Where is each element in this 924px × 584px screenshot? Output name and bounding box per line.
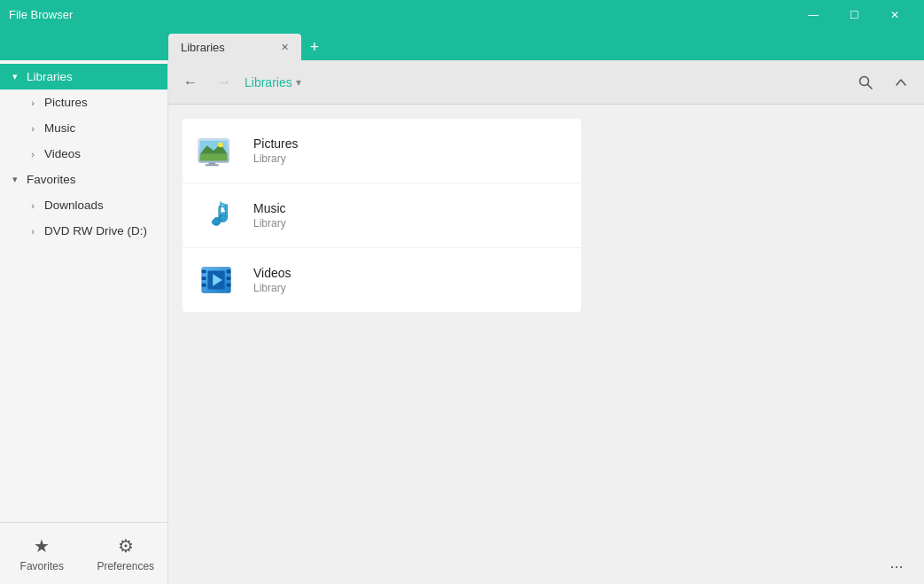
music-icon-container — [197, 194, 239, 237]
more-options-button[interactable]: ··· — [883, 553, 910, 580]
sidebar-label-videos: Videos — [44, 147, 81, 160]
videos-folder-icon — [197, 258, 239, 302]
sidebar-label-music: Music — [44, 121, 75, 135]
file-item-music[interactable]: Music Library — [182, 183, 581, 248]
chevron-down-icon: ▾ — [9, 174, 21, 185]
favorites-bottom-button[interactable]: ★ Favorites — [0, 523, 84, 584]
sidebar-item-music[interactable]: › Music — [0, 115, 167, 141]
file-name-music: Music — [253, 201, 567, 215]
svg-rect-16 — [227, 284, 231, 287]
sidebar-item-libraries[interactable]: ▾ Libraries — [0, 64, 167, 90]
window-controls: — ☐ ✕ — [793, 0, 915, 29]
content-area: ← → Libraries ▾ — [168, 60, 924, 584]
file-name-pictures: Pictures — [253, 136, 567, 151]
file-list: Pictures Library — [168, 105, 924, 549]
file-info-pictures: Pictures Library — [253, 136, 567, 165]
file-name-videos: Videos — [253, 266, 567, 280]
svg-rect-12 — [202, 276, 206, 280]
sidebar-item-downloads[interactable]: › Downloads — [0, 192, 167, 218]
sidebar: ▾ Libraries › Pictures › Music › Videos … — [0, 60, 168, 584]
svg-rect-8 — [208, 162, 215, 164]
app-title: File Browser — [9, 8, 793, 21]
search-button[interactable] — [851, 68, 880, 97]
sidebar-content: ▾ Libraries › Pictures › Music › Videos … — [0, 60, 167, 522]
forward-button[interactable]: → — [211, 69, 237, 96]
sidebar-label-favorites: Favorites — [27, 173, 76, 186]
search-icon — [858, 74, 874, 90]
svg-point-7 — [218, 142, 223, 147]
svg-line-1 — [868, 84, 873, 89]
pictures-icon-container — [197, 129, 239, 172]
content-bottom: ··· — [168, 549, 924, 584]
file-info-music: Music Library — [253, 201, 567, 230]
sidebar-item-dvd[interactable]: › DVD RW Drive (D:) — [0, 218, 167, 244]
chevron-right-icon: › — [27, 97, 39, 108]
sidebar-item-videos[interactable]: › Videos — [0, 141, 167, 167]
sidebar-label-downloads: Downloads — [44, 199, 104, 212]
sidebar-item-pictures[interactable]: › Pictures — [0, 90, 167, 115]
back-button[interactable]: ← — [177, 69, 204, 96]
sidebar-label-libraries: Libraries — [27, 70, 73, 83]
file-type-pictures: Library — [253, 152, 567, 165]
chevron-down-icon: ▾ — [9, 71, 21, 82]
tab-bar: Libraries ✕ + — [0, 29, 924, 60]
chevron-right-icon: › — [27, 123, 39, 134]
svg-rect-11 — [202, 269, 206, 273]
new-tab-button[interactable]: + — [301, 34, 328, 60]
videos-icon-container — [197, 259, 239, 301]
sidebar-bottom: ★ Favorites ⚙ Preferences — [0, 522, 167, 584]
file-type-music: Library — [253, 217, 567, 230]
main-layout: ▾ Libraries › Pictures › Music › Videos … — [0, 60, 924, 584]
sidebar-item-favorites[interactable]: ▾ Favorites — [0, 167, 167, 192]
chevron-right-icon: › — [27, 226, 39, 237]
file-type-videos: Library — [253, 282, 567, 294]
up-button[interactable] — [887, 68, 915, 97]
svg-rect-9 — [206, 164, 219, 166]
svg-rect-6 — [200, 154, 228, 161]
preferences-bottom-button[interactable]: ⚙ Preferences — [84, 523, 168, 584]
preferences-bottom-label: Preferences — [97, 560, 154, 572]
up-icon — [893, 74, 909, 90]
breadcrumb-libraries[interactable]: Libraries — [245, 75, 292, 90]
address-bar: ← → Libraries ▾ — [168, 60, 924, 105]
chevron-right-icon: › — [27, 200, 39, 211]
minimize-button[interactable]: — — [793, 0, 834, 29]
gear-icon: ⚙ — [118, 535, 134, 557]
star-icon: ★ — [34, 535, 50, 557]
file-grid: Pictures Library — [182, 119, 581, 312]
close-button[interactable]: ✕ — [874, 0, 915, 29]
svg-rect-14 — [227, 269, 231, 273]
sidebar-label-dvd: DVD RW Drive (D:) — [44, 224, 147, 237]
music-folder-icon — [197, 193, 239, 237]
tab-label: Libraries — [181, 41, 269, 54]
file-item-pictures[interactable]: Pictures Library — [182, 119, 581, 183]
svg-rect-15 — [227, 276, 231, 280]
tab-close-button[interactable]: ✕ — [276, 39, 292, 55]
svg-rect-13 — [202, 284, 206, 287]
favorites-bottom-label: Favorites — [20, 560, 64, 572]
tab-libraries[interactable]: Libraries ✕ — [168, 34, 301, 60]
breadcrumb: Libraries ▾ — [245, 75, 844, 90]
maximize-button[interactable]: ☐ — [834, 0, 874, 29]
breadcrumb-chevron-icon[interactable]: ▾ — [296, 76, 301, 89]
file-item-videos[interactable]: Videos Library — [182, 248, 581, 312]
title-bar: File Browser — ☐ ✕ — [0, 0, 924, 29]
file-info-videos: Videos Library — [253, 266, 567, 294]
sidebar-label-pictures: Pictures — [44, 96, 88, 109]
pictures-folder-icon — [197, 131, 239, 170]
chevron-right-icon: › — [27, 149, 39, 160]
